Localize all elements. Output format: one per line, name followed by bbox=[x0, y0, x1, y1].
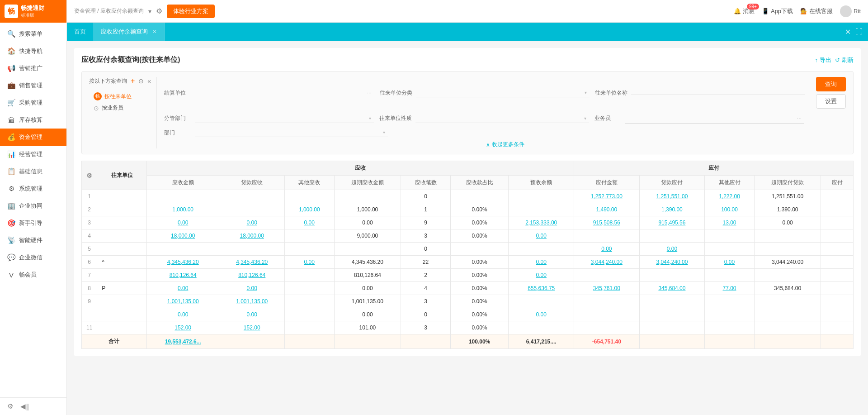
filter-config-icon[interactable]: ⊙ bbox=[138, 77, 144, 85]
cell-ap-loan[interactable] bbox=[639, 269, 705, 282]
cell-ar-loan[interactable]: 18,000.00 bbox=[219, 229, 285, 243]
cell-ar-prepay[interactable] bbox=[509, 243, 574, 256]
cell-ar-amount[interactable]: 1,000.00 bbox=[146, 203, 219, 216]
cell-ap-loan[interactable]: 0.00 bbox=[639, 243, 705, 256]
cell-ap-loan[interactable]: 1,390.00 bbox=[639, 203, 705, 216]
setting-button[interactable]: 设置 bbox=[816, 94, 846, 109]
cell-ar-amount[interactable] bbox=[146, 190, 219, 203]
cell-ar-amount[interactable]: 1,001,135.00 bbox=[146, 295, 219, 308]
cell-ar-prepay[interactable] bbox=[509, 203, 574, 216]
sidebar-item-enterprise[interactable]: 🏢 企业协同 bbox=[0, 197, 66, 215]
cell-ap-other[interactable] bbox=[705, 321, 755, 334]
cell-ar-loan[interactable]: 810,126.64 bbox=[219, 269, 285, 282]
dept-select[interactable]: ▾ bbox=[195, 128, 388, 137]
user-menu[interactable]: Rit bbox=[840, 5, 861, 17]
cell-ap-amount[interactable] bbox=[574, 269, 640, 282]
cell-ar-amount[interactable]: 4,345,436.20 bbox=[146, 256, 219, 269]
footer-collapse-icon[interactable]: ◀‖ bbox=[20, 402, 29, 410]
cell-ap-other[interactable] bbox=[705, 308, 755, 321]
tab-ar-ap-query[interactable]: 应收应付余额查询 ✕ bbox=[94, 23, 165, 41]
tab-fullscreen-icon[interactable]: ⛶ bbox=[855, 28, 863, 36]
cell-ar-prepay[interactable]: 0.00 bbox=[509, 229, 574, 243]
cell-ap-loan[interactable]: 3,044,240.00 bbox=[639, 256, 705, 269]
cell-ar-other[interactable]: 0.00 bbox=[285, 256, 335, 269]
cell-ar-amount[interactable]: 18,000.00 bbox=[146, 229, 219, 243]
footer-ar-total[interactable]: 19,553,472.6... bbox=[146, 334, 219, 349]
cell-ar-amount[interactable] bbox=[146, 243, 219, 256]
filter-collapse-icon[interactable]: « bbox=[147, 77, 151, 85]
sidebar-item-purchase[interactable]: 🛒 采购管理 bbox=[0, 94, 66, 111]
tab-close-all-icon[interactable]: ✕ bbox=[845, 28, 851, 36]
sidebar-item-search[interactable]: 🔍 搜索菜单 bbox=[0, 25, 66, 43]
cell-ap-loan[interactable]: 915,495.56 bbox=[639, 216, 705, 229]
online-service-button[interactable]: 💁 在线客服 bbox=[800, 7, 833, 15]
sidebar-item-operation[interactable]: 📊 经营管理 bbox=[0, 146, 66, 163]
cell-ar-prepay[interactable]: 655,636.75 bbox=[509, 282, 574, 295]
sidebar-item-member[interactable]: V 畅会员 bbox=[0, 266, 66, 283]
cell-ap-other[interactable] bbox=[705, 243, 755, 256]
table-gear-icon[interactable]: ⚙ bbox=[86, 172, 92, 179]
cell-ar-loan[interactable] bbox=[219, 243, 285, 256]
unit-name-input[interactable] bbox=[631, 91, 805, 95]
cell-ar-prepay[interactable] bbox=[509, 321, 574, 334]
sidebar-item-system[interactable]: ⚙ 系统管理 bbox=[0, 180, 66, 197]
cell-ar-other[interactable] bbox=[285, 321, 335, 334]
dept-manager-select[interactable]: ▾ bbox=[195, 114, 374, 123]
cell-ar-loan[interactable]: 0.00 bbox=[219, 308, 285, 321]
unit-nature-select[interactable]: ▾ bbox=[415, 114, 589, 123]
cell-ar-other[interactable]: 1,000.00 bbox=[285, 203, 335, 216]
settlement-unit-input[interactable]: ··· bbox=[195, 88, 374, 98]
cell-ar-prepay[interactable]: 0.00 bbox=[509, 269, 574, 282]
cell-ar-amount[interactable]: 0.00 bbox=[146, 308, 219, 321]
collapse-more-button[interactable]: ∧ 收起更多条件 bbox=[486, 141, 524, 148]
cell-ar-prepay[interactable]: 0.00 bbox=[509, 256, 574, 269]
header-dropdown-icon[interactable]: ▾ bbox=[148, 8, 151, 15]
cell-ar-amount[interactable]: 152.00 bbox=[146, 321, 219, 334]
footer-settings-icon[interactable]: ⚙ bbox=[7, 402, 13, 410]
sidebar-item-finance[interactable]: 💰 资金管理 bbox=[0, 129, 66, 146]
cell-ar-other[interactable] bbox=[285, 229, 335, 243]
cell-ap-amount[interactable] bbox=[574, 295, 640, 308]
cell-ar-amount[interactable]: 0.00 bbox=[146, 216, 219, 229]
export-button[interactable]: ↑ 导出 bbox=[815, 56, 832, 64]
app-download-button[interactable]: 📱 App下载 bbox=[762, 7, 793, 15]
cell-ap-other[interactable] bbox=[705, 295, 755, 308]
cell-ar-other[interactable] bbox=[285, 295, 335, 308]
cell-ar-loan[interactable]: 0.00 bbox=[219, 216, 285, 229]
cell-ar-prepay[interactable]: 0.00 bbox=[509, 308, 574, 321]
cell-ap-other[interactable] bbox=[705, 229, 755, 243]
cell-ap-other[interactable]: 1,222.00 bbox=[705, 190, 755, 203]
sidebar-item-quick[interactable]: 🏠 快捷导航 bbox=[0, 43, 66, 60]
cell-ap-amount[interactable]: 3,044,240.00 bbox=[574, 256, 640, 269]
sidebar-item-basic[interactable]: 📋 基础信息 bbox=[0, 163, 66, 180]
header-gear-icon[interactable]: ⚙ bbox=[156, 7, 162, 15]
sidebar-item-guide[interactable]: 🎯 新手引导 bbox=[0, 215, 66, 232]
cell-ar-amount[interactable]: 810,126.64 bbox=[146, 269, 219, 282]
sidebar-item-marketing[interactable]: 📢 营销推广 bbox=[0, 60, 66, 77]
filter-scheme-by-staff[interactable]: ⊙ 按业务员 bbox=[89, 102, 151, 114]
cell-ap-amount[interactable]: 1,252,773.00 bbox=[574, 190, 640, 203]
sidebar-item-inventory[interactable]: 🏛 库存核算 bbox=[0, 111, 66, 129]
cell-ap-amount[interactable] bbox=[574, 229, 640, 243]
query-button[interactable]: 查询 bbox=[816, 77, 846, 91]
filter-scheme-by-unit[interactable]: 畅 按往来单位 bbox=[89, 91, 151, 102]
cell-ap-loan[interactable] bbox=[639, 295, 705, 308]
cell-ap-other[interactable] bbox=[705, 269, 755, 282]
cell-ap-amount[interactable]: 1,490.00 bbox=[574, 203, 640, 216]
sidebar-item-weixin[interactable]: 💬 企业微信 bbox=[0, 249, 66, 266]
cell-ar-other[interactable] bbox=[285, 190, 335, 203]
cell-ap-other[interactable]: 100.00 bbox=[705, 203, 755, 216]
sidebar-item-sales[interactable]: 💼 销售管理 bbox=[0, 77, 66, 94]
cell-ap-other[interactable]: 0.00 bbox=[705, 256, 755, 269]
cell-ar-other[interactable] bbox=[285, 282, 335, 295]
cell-ar-other[interactable] bbox=[285, 308, 335, 321]
cell-ap-amount[interactable]: 345,761.00 bbox=[574, 282, 640, 295]
cell-ar-loan[interactable] bbox=[219, 203, 285, 216]
refresh-button[interactable]: ↺ 刷新 bbox=[835, 56, 854, 64]
cell-ap-loan[interactable] bbox=[639, 229, 705, 243]
cell-ar-other[interactable] bbox=[285, 269, 335, 282]
cell-ar-amount[interactable]: 0.00 bbox=[146, 282, 219, 295]
cell-ap-loan[interactable]: 345,684.00 bbox=[639, 282, 705, 295]
cell-ar-prepay[interactable]: 2,153,333.00 bbox=[509, 216, 574, 229]
cell-ar-loan[interactable] bbox=[219, 190, 285, 203]
